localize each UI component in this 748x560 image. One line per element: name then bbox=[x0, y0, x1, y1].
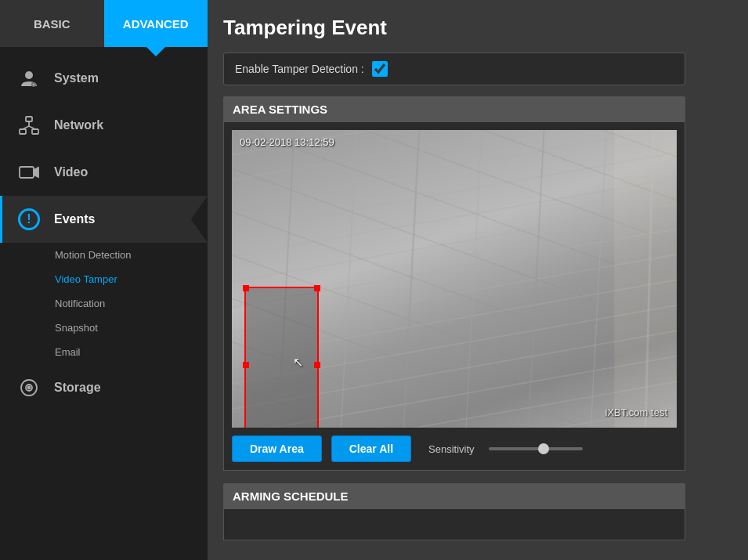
svg-point-0 bbox=[25, 71, 33, 79]
sidebar-item-storage[interactable]: Storage bbox=[0, 364, 208, 411]
area-settings-body: 09-02-2018 13:12:59 iXBT.com test ↖ Draw… bbox=[223, 122, 685, 471]
svg-rect-2 bbox=[26, 117, 32, 121]
svg-rect-20 bbox=[614, 130, 677, 428]
sidebar-item-motion-detection[interactable]: Motion Detection bbox=[0, 243, 208, 267]
area-settings-section: AREA SETTINGS bbox=[223, 96, 685, 471]
svg-line-17 bbox=[529, 130, 544, 428]
handle-middle-right[interactable] bbox=[314, 362, 320, 368]
svg-marker-9 bbox=[34, 168, 38, 177]
tamper-enable-checkbox[interactable] bbox=[372, 61, 388, 77]
cursor-indicator: ↖ bbox=[293, 355, 303, 370]
sidebar-item-network-label: Network bbox=[54, 118, 103, 132]
area-settings-header: AREA SETTINGS bbox=[223, 96, 685, 122]
arming-schedule-body bbox=[223, 509, 685, 540]
sidebar: BASIC ADVANCED System bbox=[0, 0, 208, 560]
tamper-enable-label: Enable Tamper Detection : bbox=[235, 63, 364, 75]
svg-rect-8 bbox=[20, 167, 34, 178]
sidebar-item-snapshot[interactable]: Snapshot bbox=[0, 316, 208, 340]
video-icon bbox=[15, 158, 43, 186]
tab-advanced[interactable]: ADVANCED bbox=[104, 0, 208, 47]
network-icon bbox=[15, 111, 43, 139]
handle-top-left[interactable] bbox=[243, 285, 249, 291]
tab-basic[interactable]: BASIC bbox=[0, 0, 104, 47]
buttons-row: Draw Area Clear All Sensitivity bbox=[232, 435, 677, 462]
system-icon bbox=[15, 64, 43, 92]
main-content: Tampering Event Enable Tamper Detection … bbox=[208, 0, 748, 560]
tamper-enable-row: Enable Tamper Detection : bbox=[223, 52, 685, 85]
sidebar-item-video-tamper[interactable]: Video Tamper bbox=[0, 267, 208, 291]
arming-schedule-section: ARMING SCHEDULE bbox=[223, 483, 685, 540]
handle-middle-left[interactable] bbox=[243, 362, 249, 368]
sensitivity-slider[interactable] bbox=[489, 447, 583, 450]
camera-watermark: iXBT.com test bbox=[605, 406, 667, 418]
selection-rectangle[interactable]: ↖ bbox=[244, 287, 319, 428]
camera-feed: 09-02-2018 13:12:59 iXBT.com test ↖ bbox=[232, 130, 677, 428]
sidebar-item-events-label: Events bbox=[54, 212, 95, 226]
sidebar-item-email[interactable]: Email bbox=[0, 340, 208, 364]
sensitivity-label: Sensitivity bbox=[428, 443, 475, 455]
handle-top-right[interactable] bbox=[314, 285, 320, 291]
svg-line-14 bbox=[341, 130, 357, 428]
draw-area-button[interactable]: Draw Area bbox=[232, 435, 322, 462]
svg-line-16 bbox=[466, 130, 482, 428]
arming-schedule-header: ARMING SCHEDULE bbox=[223, 483, 685, 509]
page-title: Tampering Event bbox=[223, 16, 732, 40]
svg-line-15 bbox=[403, 130, 419, 428]
camera-timestamp: 09-02-2018 13:12:59 bbox=[240, 136, 334, 148]
events-icon: ! bbox=[15, 205, 43, 233]
svg-rect-4 bbox=[32, 129, 38, 134]
sidebar-item-network[interactable]: Network bbox=[0, 102, 208, 149]
sidebar-item-storage-label: Storage bbox=[54, 381, 101, 395]
sidebar-nav: System Network bbox=[0, 55, 208, 560]
sidebar-item-notification[interactable]: Notification bbox=[0, 291, 208, 316]
svg-point-12 bbox=[28, 387, 31, 389]
storage-icon bbox=[15, 374, 43, 402]
tab-bar: BASIC ADVANCED bbox=[0, 0, 208, 47]
sidebar-item-events[interactable]: ! Events bbox=[0, 196, 208, 243]
svg-line-18 bbox=[591, 130, 606, 428]
sidebar-item-system[interactable]: System bbox=[0, 55, 208, 102]
sidebar-item-system-label: System bbox=[54, 71, 99, 85]
clear-all-button[interactable]: Clear All bbox=[331, 435, 411, 462]
events-sub-nav: Motion Detection Video Tamper Notificati… bbox=[0, 243, 208, 364]
svg-rect-3 bbox=[20, 129, 26, 134]
sidebar-item-video[interactable]: Video bbox=[0, 149, 208, 196]
sidebar-item-video-label: Video bbox=[54, 165, 88, 179]
